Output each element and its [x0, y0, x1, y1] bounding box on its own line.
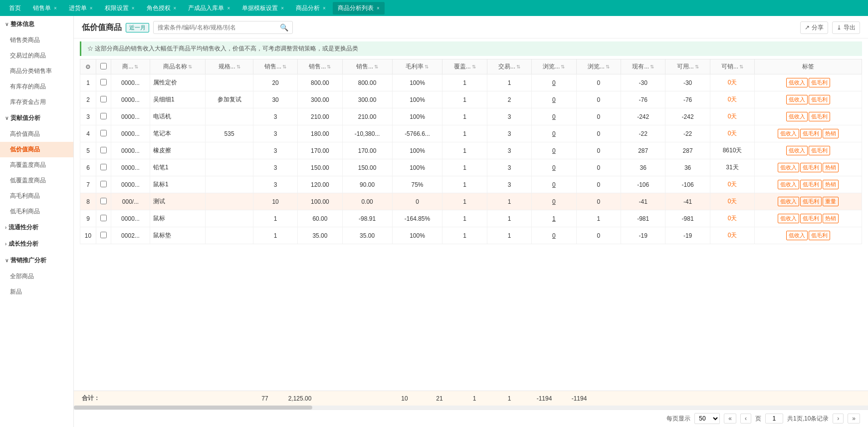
sidebar-group-circulation[interactable]: › 流通性分析: [0, 219, 73, 236]
view1-link[interactable]: 0: [552, 113, 556, 120]
row-checkbox-cell[interactable]: [96, 193, 111, 210]
next-page-btn[interactable]: ›: [833, 414, 844, 424]
sidebar-item-category-rate[interactable]: 商品分类销售率: [0, 63, 73, 79]
row-checkbox[interactable]: [100, 198, 107, 204]
col-spec[interactable]: 规格...⇅: [206, 59, 253, 74]
first-page-btn[interactable]: «: [724, 414, 736, 424]
row-checkbox[interactable]: [100, 164, 107, 170]
col-checkbox[interactable]: [96, 59, 111, 74]
row-checkbox[interactable]: [100, 113, 107, 119]
scrollbar-thumb[interactable]: [74, 406, 312, 410]
col-trans[interactable]: 交易...⇅: [487, 59, 531, 74]
sidebar-group-contribution[interactable]: ∨ 贡献值分析: [0, 110, 73, 126]
last-page-btn[interactable]: »: [848, 414, 860, 424]
col-qty[interactable]: 销售...⇅: [253, 59, 297, 74]
search-box[interactable]: 🔍: [153, 21, 293, 34]
select-all-checkbox[interactable]: [100, 63, 107, 69]
nav-analysis-list[interactable]: 商品分析列表 ×: [333, 2, 385, 14]
row-checkbox-cell[interactable]: [96, 125, 111, 142]
row-checkbox[interactable]: [100, 232, 107, 238]
nav-close-sales[interactable]: ×: [54, 5, 57, 11]
nav-role[interactable]: 角色授权 ×: [142, 2, 182, 14]
sidebar-item-all-goods[interactable]: 全部商品: [0, 269, 73, 284]
sidebar-group-growth[interactable]: › 成长性分析: [0, 236, 73, 252]
row-view1[interactable]: 0: [532, 108, 576, 125]
table-container[interactable]: ⚙ 商...⇅ 商品名称⇅ 规格...⇅ 销售...⇅ 销售...⇅ 销售...…: [74, 59, 868, 391]
sidebar-item-high-margin[interactable]: 高毛利商品: [0, 188, 73, 204]
nav-close-purchase[interactable]: ×: [90, 5, 93, 11]
row-checkbox[interactable]: [100, 96, 107, 102]
sidebar-item-in-stock[interactable]: 有库存的商品: [0, 79, 73, 94]
row-view1[interactable]: 0: [532, 159, 576, 176]
nav-close-analysis[interactable]: ×: [323, 5, 326, 11]
sidebar-item-traded-goods[interactable]: 交易过的商品: [0, 48, 73, 63]
sidebar-item-stock-capital[interactable]: 库存资金占用: [0, 94, 73, 110]
sidebar-item-new-goods[interactable]: 新品: [0, 284, 73, 300]
col-margin[interactable]: 毛利率⇅: [392, 59, 442, 74]
col-total[interactable]: 销售...⇅: [342, 59, 392, 74]
view1-link[interactable]: 0: [552, 181, 556, 188]
row-view1[interactable]: 1: [532, 210, 576, 227]
row-checkbox-cell[interactable]: [96, 210, 111, 227]
export-button[interactable]: ⤓ 导出: [832, 21, 860, 34]
nav-analysis[interactable]: 商品分析 ×: [291, 2, 331, 14]
sidebar-item-low-coverage[interactable]: 低覆盖度商品: [0, 173, 73, 188]
nav-purchase[interactable]: 进货单 ×: [64, 2, 98, 14]
nav-template[interactable]: 单据模板设置 ×: [237, 2, 289, 14]
view1-link[interactable]: 0: [552, 96, 556, 103]
row-checkbox-cell[interactable]: [96, 91, 111, 108]
row-checkbox-cell[interactable]: [96, 159, 111, 176]
col-days[interactable]: 可销...⇅: [710, 59, 754, 74]
sidebar-item-sales-goods[interactable]: 销售类商品: [0, 32, 73, 48]
sidebar-item-high-coverage[interactable]: 高覆盖度商品: [0, 157, 73, 173]
nav-permission[interactable]: 权限设置 ×: [100, 2, 140, 14]
view1-link[interactable]: 0: [552, 164, 556, 171]
row-view1[interactable]: 0: [532, 193, 576, 210]
row-checkbox[interactable]: [100, 79, 107, 85]
row-checkbox[interactable]: [100, 215, 107, 221]
page-input[interactable]: [765, 414, 783, 424]
share-button[interactable]: ↗ 分享: [800, 21, 828, 34]
row-checkbox[interactable]: [100, 181, 107, 187]
row-checkbox[interactable]: [100, 130, 107, 136]
nav-close-template[interactable]: ×: [281, 5, 284, 11]
row-checkbox-cell[interactable]: [96, 176, 111, 193]
view1-link[interactable]: 1: [552, 215, 556, 222]
row-view1[interactable]: 0: [532, 125, 576, 142]
row-checkbox-cell[interactable]: [96, 74, 111, 91]
per-page-select[interactable]: 50 100 200: [694, 413, 720, 424]
row-view1[interactable]: 0: [532, 91, 576, 108]
horizontal-scrollbar[interactable]: [74, 406, 868, 410]
row-view1[interactable]: 0: [532, 227, 576, 244]
nav-sales[interactable]: 销售单 ×: [28, 2, 62, 14]
sidebar-group-overall[interactable]: ∨ 整体信息: [0, 16, 73, 32]
period-tag[interactable]: 近一月: [126, 23, 149, 32]
col-price[interactable]: 销售...⇅: [298, 59, 342, 74]
nav-close-permission[interactable]: ×: [132, 5, 135, 11]
col-code[interactable]: 商...⇅: [111, 59, 150, 74]
sidebar-item-high-value[interactable]: 高价值商品: [0, 126, 73, 142]
row-view1[interactable]: 0: [532, 74, 576, 91]
col-stock[interactable]: 现有...⇅: [621, 59, 665, 74]
view1-link[interactable]: 0: [552, 232, 556, 239]
row-checkbox-cell[interactable]: [96, 227, 111, 244]
col-name[interactable]: 商品名称⇅: [150, 59, 205, 74]
row-checkbox-cell[interactable]: [96, 142, 111, 159]
col-settings[interactable]: ⚙: [80, 59, 96, 74]
sidebar-group-marketing[interactable]: ∨ 营销推广分析: [0, 252, 73, 269]
view1-link[interactable]: 0: [552, 198, 556, 205]
sidebar-item-low-margin[interactable]: 低毛利商品: [0, 204, 73, 219]
row-checkbox-cell[interactable]: [96, 108, 111, 125]
view1-link[interactable]: 0: [552, 147, 556, 154]
col-coverage[interactable]: 覆盖...⇅: [442, 59, 487, 74]
col-view2[interactable]: 浏览...⇅: [576, 59, 621, 74]
row-view1[interactable]: 0: [532, 176, 576, 193]
col-view1[interactable]: 浏览...⇅: [532, 59, 576, 74]
search-input[interactable]: [158, 24, 278, 31]
nav-close-product-in[interactable]: ×: [227, 5, 230, 11]
sidebar-item-low-value[interactable]: 低价值商品: [0, 142, 73, 157]
nav-close-analysis-list[interactable]: ×: [377, 5, 380, 11]
view1-link[interactable]: 0: [552, 130, 556, 137]
nav-home[interactable]: 首页: [4, 2, 26, 14]
view1-link[interactable]: 0: [552, 79, 556, 86]
